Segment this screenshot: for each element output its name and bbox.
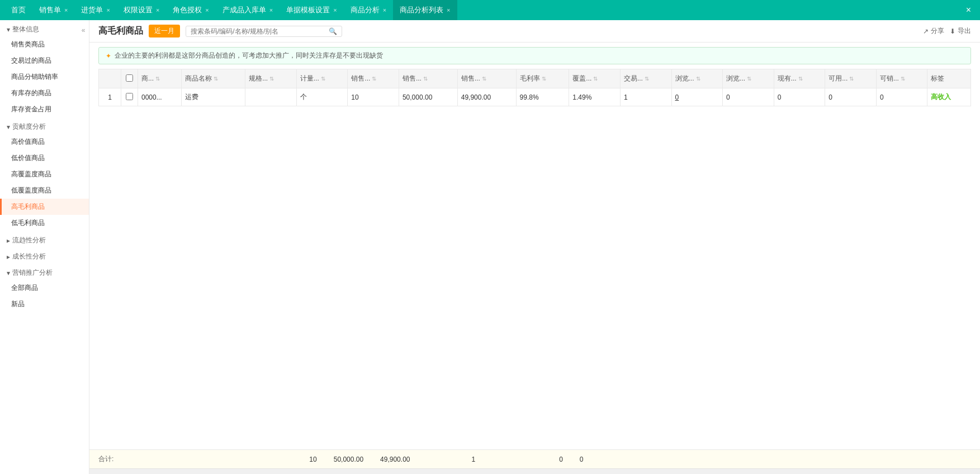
cell-views2: 0: [723, 88, 774, 106]
sidebar-item-high-margin[interactable]: 高毛利商品: [0, 199, 89, 215]
export-button[interactable]: ⬇ 导出: [950, 26, 971, 36]
sidebar-item-low-value[interactable]: 低价值商品: [0, 150, 89, 166]
footer-bar: 合计: 10 50,000.00 49,900.00 1 0 0: [89, 449, 980, 468]
sidebar-item-distribution-rate[interactable]: 商品分销助销率: [0, 69, 89, 85]
footer-stock-sellable: 0: [580, 456, 584, 463]
nav-role-auth[interactable]: 角色授权 ×: [166, 0, 215, 20]
sidebar-group-marketing[interactable]: 营销推广分析: [0, 264, 89, 280]
content-header: 高毛利商品 近一月 🔍 ↗ 分享 ⬇ 导出: [89, 20, 980, 43]
th-stock-available[interactable]: 可用... ⇅: [825, 69, 877, 88]
nav-sales-order[interactable]: 销售单 ×: [32, 0, 74, 20]
nav-template-settings[interactable]: 单据模板设置 ×: [280, 0, 343, 20]
sidebar-item-traded-goods[interactable]: 交易过的商品: [0, 53, 89, 69]
sidebar-item-low-coverage[interactable]: 低覆盖度商品: [0, 182, 89, 199]
nav-purchase-order-close[interactable]: ×: [106, 7, 110, 13]
nav-product-analysis-close[interactable]: ×: [383, 7, 386, 13]
sort-icon-sales-amount[interactable]: ⇅: [423, 76, 428, 82]
header-actions: ↗ 分享 ⬇ 导出: [923, 26, 971, 36]
sort-icon-transactions[interactable]: ⇅: [645, 76, 649, 82]
footer-transactions: 1: [471, 456, 475, 463]
cell-checkbox[interactable]: [121, 88, 138, 106]
row-checkbox[interactable]: [126, 93, 133, 100]
nav-purchase-order[interactable]: 进货单 ×: [74, 0, 116, 20]
sort-icon-code[interactable]: ⇅: [155, 76, 160, 82]
th-name[interactable]: 商品名称 ⇅: [182, 69, 245, 88]
sidebar-group-overall[interactable]: 整体信息: [0, 20, 89, 36]
sidebar-item-stock-capital[interactable]: 库存资金占用: [0, 101, 89, 118]
sidebar-collapse-button[interactable]: [78, 25, 89, 36]
search-icon[interactable]: 🔍: [329, 27, 337, 35]
top-navigation: 首页 销售单 × 进货单 × 权限设置 × 角色授权 × 产成品入库单 × 单据…: [0, 0, 980, 20]
sidebar-item-high-coverage[interactable]: 高覆盖度商品: [0, 166, 89, 182]
search-input[interactable]: [191, 27, 326, 35]
sort-icon-gross-margin[interactable]: ⇅: [542, 76, 546, 82]
cell-stock-sellable: 0: [876, 88, 927, 106]
select-all-checkbox[interactable]: [126, 74, 133, 82]
sidebar-item-sales-goods[interactable]: 销售类商品: [0, 36, 89, 53]
nav-product-inbound-close[interactable]: ×: [269, 7, 273, 13]
chevron-right-icon: [7, 237, 10, 245]
cell-spec: [245, 88, 297, 106]
sort-icon-unit[interactable]: ⇅: [321, 76, 325, 82]
th-sales-amount[interactable]: 销售... ⇅: [399, 69, 457, 88]
nav-product-analysis-list-close[interactable]: ×: [447, 7, 450, 13]
table-wrapper[interactable]: 商... ⇅ 商品名称 ⇅ 规格...: [89, 69, 980, 449]
sort-icon-stock-available[interactable]: ⇅: [849, 76, 854, 82]
th-code[interactable]: 商... ⇅: [138, 69, 182, 88]
horizontal-scrollbar[interactable]: [89, 468, 980, 474]
share-button[interactable]: ↗ 分享: [923, 26, 944, 36]
th-coverage[interactable]: 覆盖... ⇅: [569, 69, 621, 88]
nav-product-analysis-list[interactable]: 商品分析列表 ×: [393, 0, 457, 20]
sidebar-item-all-goods[interactable]: 全部商品: [0, 280, 89, 296]
nav-sales-order-close[interactable]: ×: [64, 7, 68, 13]
filter-recent-month-button[interactable]: 近一月: [149, 25, 180, 37]
info-text: 企业的主要的利润都是这部分商品创造的，可考虑加大推广，同时关注库存是不要出现缺货: [115, 51, 383, 60]
nav-home[interactable]: 首页: [4, 0, 32, 20]
nav-permission-settings[interactable]: 权限设置 ×: [117, 0, 166, 20]
th-checkbox[interactable]: [121, 69, 138, 88]
sidebar-item-new-products[interactable]: 新品: [0, 296, 89, 312]
th-gross-margin[interactable]: 毛利率 ⇅: [516, 69, 569, 88]
cell-index: 1: [99, 88, 121, 106]
cell-stock-current: 0: [774, 88, 825, 106]
nav-product-analysis[interactable]: 商品分析 ×: [344, 0, 393, 20]
cell-sales-qty: 10: [348, 88, 399, 106]
sort-icon-spec[interactable]: ⇅: [269, 76, 274, 82]
th-stock-sellable[interactable]: 可销... ⇅: [876, 69, 927, 88]
sort-icon-sales-qty[interactable]: ⇅: [372, 76, 376, 82]
table-body: 1 0000... 运费 个 10 50,000.00 49,900.00 99…: [99, 88, 971, 106]
cell-code: 0000...: [138, 88, 182, 106]
th-views1[interactable]: 浏览... ⇅: [671, 69, 723, 88]
chevron-down-icon: [7, 26, 10, 34]
sort-icon-views1[interactable]: ⇅: [696, 76, 700, 82]
sort-icon-coverage[interactable]: ⇅: [593, 76, 598, 82]
sort-icon-sales-cost[interactable]: ⇅: [482, 76, 486, 82]
nav-permission-settings-close[interactable]: ×: [156, 7, 159, 13]
th-views2[interactable]: 浏览... ⇅: [723, 69, 774, 88]
sidebar: 整体信息 销售类商品 交易过的商品 商品分销助销率 有库存的商品 库存资金占用 …: [0, 20, 89, 474]
sidebar-group-growth[interactable]: 成长性分析: [0, 247, 89, 264]
cell-views1[interactable]: 0: [671, 88, 723, 106]
th-transactions[interactable]: 交易... ⇅: [620, 69, 671, 88]
nav-product-inbound[interactable]: 产成品入库单 ×: [216, 0, 280, 20]
sort-icon-name[interactable]: ⇅: [214, 76, 218, 82]
sort-icon-stock-sellable[interactable]: ⇅: [901, 76, 905, 82]
sidebar-item-high-value[interactable]: 高价值商品: [0, 134, 89, 150]
sort-icon-views2[interactable]: ⇅: [747, 76, 751, 82]
sidebar-item-stocked-goods[interactable]: 有库存的商品: [0, 85, 89, 101]
sidebar-group-contribution[interactable]: 贡献度分析: [0, 118, 89, 134]
content-area: 高毛利商品 近一月 🔍 ↗ 分享 ⬇ 导出 ✦ 企业的主要的利润都是这部分商品创…: [89, 20, 980, 474]
nav-template-settings-close[interactable]: ×: [333, 7, 337, 13]
page-title: 高毛利商品: [98, 25, 143, 37]
sidebar-group-trend[interactable]: 流趋性分析: [0, 231, 89, 247]
th-spec[interactable]: 规格... ⇅: [245, 69, 297, 88]
sort-icon-stock-current[interactable]: ⇅: [798, 76, 803, 82]
th-stock-current[interactable]: 现有... ⇅: [774, 69, 825, 88]
window-close-button[interactable]: ×: [962, 5, 976, 15]
sidebar-item-low-margin[interactable]: 低毛利商品: [0, 215, 89, 231]
th-unit[interactable]: 计量... ⇅: [296, 69, 348, 88]
th-sales-cost[interactable]: 销售... ⇅: [457, 69, 516, 88]
nav-role-auth-close[interactable]: ×: [205, 7, 209, 13]
th-sales-qty[interactable]: 销售... ⇅: [348, 69, 399, 88]
search-box[interactable]: 🔍: [186, 26, 342, 37]
